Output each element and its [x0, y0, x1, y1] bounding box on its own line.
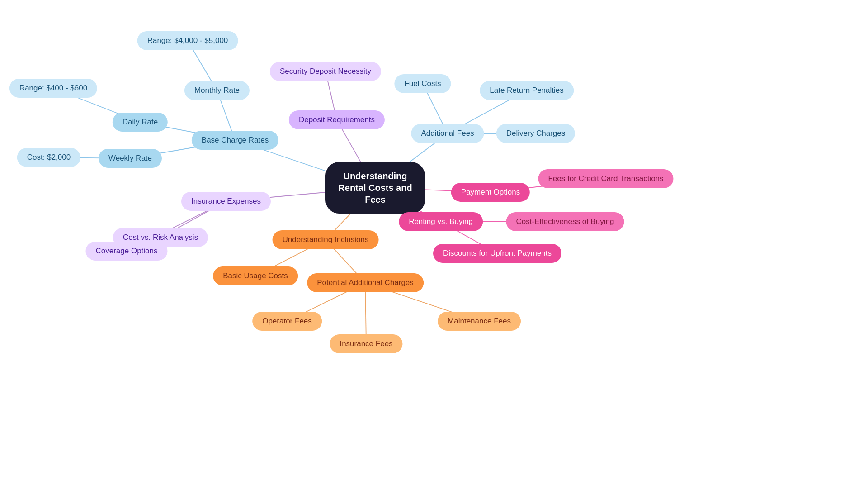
node-insuranceFees[interactable]: Insurance Fees — [330, 334, 402, 353]
node-additionalFees[interactable]: Additional Fees — [411, 124, 484, 143]
node-maintenanceFees[interactable]: Maintenance Fees — [438, 312, 521, 331]
node-weeklyRate[interactable]: Weekly Rate — [99, 149, 162, 168]
node-paymentOptions[interactable]: Payment Options — [451, 183, 530, 202]
node-rentingVsBuying[interactable]: Renting vs. Buying — [399, 212, 483, 231]
node-securityDeposit[interactable]: Security Deposit Necessity — [270, 62, 381, 81]
node-costWeeklyVal[interactable]: Cost: $2,000 — [17, 148, 80, 167]
mindmap-container: Understanding Rental Costs and FeesBase … — [0, 0, 868, 490]
node-potentialAdditionalCharges[interactable]: Potential Additional Charges — [307, 273, 424, 292]
node-rangeMonthlyVal[interactable]: Range: $4,000 - $5,000 — [137, 31, 238, 50]
node-deliveryCharges[interactable]: Delivery Charges — [496, 124, 575, 143]
node-rangeDailyVal[interactable]: Range: $400 - $600 — [9, 79, 97, 98]
node-costVsRisk[interactable]: Cost vs. Risk Analysis — [113, 228, 208, 247]
node-insuranceExpenses[interactable]: Insurance Expenses — [181, 192, 271, 211]
node-lateReturnPenalties[interactable]: Late Return Penalties — [480, 81, 574, 100]
node-basicUsageCosts[interactable]: Basic Usage Costs — [213, 266, 298, 285]
node-feesForCreditCard[interactable]: Fees for Credit Card Transactions — [538, 169, 673, 188]
node-monthlyRate[interactable]: Monthly Rate — [184, 81, 250, 100]
node-operatorFees[interactable]: Operator Fees — [252, 312, 322, 331]
node-costEffectiveness[interactable]: Cost-Effectiveness of Buying — [506, 212, 624, 231]
node-fuelCosts[interactable]: Fuel Costs — [394, 74, 451, 93]
node-discountsUpfront[interactable]: Discounts for Upfront Payments — [433, 244, 561, 263]
node-dailyRate[interactable]: Daily Rate — [113, 113, 168, 132]
node-center[interactable]: Understanding Rental Costs and Fees — [326, 162, 425, 214]
node-depositRequirements[interactable]: Deposit Requirements — [289, 110, 385, 129]
node-understandingInclusions[interactable]: Understanding Inclusions — [273, 230, 379, 249]
node-baseChargeRates[interactable]: Base Charge Rates — [192, 131, 278, 150]
